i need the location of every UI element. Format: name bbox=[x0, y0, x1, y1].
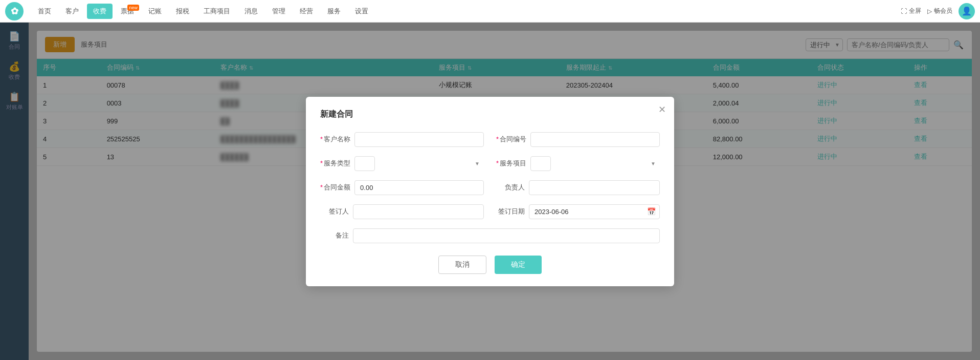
confirm-button[interactable]: 确定 bbox=[495, 256, 542, 274]
nav-ticket[interactable]: 票据 new bbox=[115, 4, 140, 19]
new-badge: new bbox=[127, 5, 139, 11]
nav-right-area: ⛶ 全屏 ▷ 畅会员 👤 bbox=[901, 3, 975, 19]
required-mark: * bbox=[320, 135, 323, 143]
modal-footer: 取消 确定 bbox=[320, 256, 660, 274]
fullscreen-icon: ⛶ bbox=[901, 8, 907, 15]
responsible-label: 负责人 bbox=[496, 183, 525, 192]
sign-date-wrapper: 📅 bbox=[529, 204, 660, 219]
modal-title: 新建合同 bbox=[320, 109, 660, 120]
sign-date-input[interactable] bbox=[529, 204, 660, 219]
nav-operation[interactable]: 经营 bbox=[294, 4, 319, 19]
form-row-4: 签订人 签订日期 📅 bbox=[320, 204, 660, 219]
form-row-1: *客户名称 *合同编号 bbox=[320, 132, 660, 147]
amount-field: *合同金额 bbox=[320, 180, 484, 195]
nav-client[interactable]: 客户 bbox=[59, 4, 85, 19]
modal-overlay: ✕ 新建合同 *客户名称 *合同编号 *服务类型 bbox=[0, 23, 980, 360]
service-type-field: *服务类型 bbox=[320, 156, 484, 171]
signer-label: 签订人 bbox=[320, 207, 349, 216]
nav-home[interactable]: 首页 bbox=[32, 4, 57, 19]
member-button[interactable]: ▷ 畅会员 bbox=[927, 7, 952, 15]
new-contract-modal: ✕ 新建合同 *客户名称 *合同编号 *服务类型 bbox=[306, 97, 674, 286]
customer-input[interactable] bbox=[354, 132, 484, 147]
required-mark-4: * bbox=[496, 159, 499, 167]
signer-input[interactable] bbox=[353, 204, 484, 219]
notes-label: 备注 bbox=[320, 231, 349, 240]
form-row-5: 备注 bbox=[320, 228, 660, 243]
top-navigation: ✿ 首页 客户 收费 票据 new 记账 报税 工商项目 消息 管理 经营 服务… bbox=[0, 0, 980, 23]
service-type-select[interactable] bbox=[354, 156, 375, 171]
calendar-icon[interactable]: 📅 bbox=[647, 207, 656, 216]
notes-field: 备注 bbox=[320, 228, 660, 243]
form-row-2: *服务类型 *服务项目 bbox=[320, 156, 660, 171]
signer-field: 签订人 bbox=[320, 204, 484, 219]
service-item-select[interactable] bbox=[530, 156, 551, 171]
service-item-label: *服务项目 bbox=[496, 159, 526, 168]
cancel-button[interactable]: 取消 bbox=[438, 256, 486, 274]
contract-no-label: *合同编号 bbox=[496, 135, 526, 144]
contract-no-field: *合同编号 bbox=[496, 132, 660, 147]
required-mark-5: * bbox=[320, 183, 323, 191]
fullscreen-button[interactable]: ⛶ 全屏 bbox=[901, 7, 921, 15]
modal-close-button[interactable]: ✕ bbox=[658, 105, 666, 114]
sign-date-field: 签订日期 📅 bbox=[496, 204, 660, 219]
nav-business[interactable]: 工商项目 bbox=[197, 4, 236, 19]
play-icon: ▷ bbox=[927, 8, 932, 15]
form-row-3: *合同金额 负责人 bbox=[320, 180, 660, 195]
nav-bookkeeping[interactable]: 记账 bbox=[142, 4, 168, 19]
nav-message[interactable]: 消息 bbox=[238, 4, 264, 19]
notes-input[interactable] bbox=[353, 228, 660, 243]
nav-items: 首页 客户 收费 票据 new 记账 报税 工商项目 消息 管理 经营 服务 设… bbox=[32, 4, 901, 19]
nav-manage[interactable]: 管理 bbox=[266, 4, 292, 19]
required-mark-2: * bbox=[496, 135, 499, 143]
required-mark-3: * bbox=[320, 159, 323, 167]
user-avatar[interactable]: 👤 bbox=[959, 3, 975, 19]
responsible-field: 负责人 bbox=[496, 180, 660, 195]
nav-fee[interactable]: 收费 bbox=[87, 4, 113, 19]
amount-input[interactable] bbox=[354, 180, 484, 195]
nav-settings[interactable]: 设置 bbox=[349, 4, 374, 19]
nav-tax[interactable]: 报税 bbox=[170, 4, 195, 19]
sign-date-label: 签订日期 bbox=[496, 207, 525, 216]
nav-service[interactable]: 服务 bbox=[321, 4, 347, 19]
service-item-field: *服务项目 bbox=[496, 156, 660, 171]
contract-no-input[interactable] bbox=[530, 132, 660, 147]
service-item-wrapper bbox=[530, 156, 660, 171]
app-logo: ✿ bbox=[5, 2, 24, 20]
amount-label: *合同金额 bbox=[320, 183, 350, 192]
service-type-label: *服务类型 bbox=[320, 159, 350, 168]
customer-label: *客户名称 bbox=[320, 135, 350, 144]
customer-field: *客户名称 bbox=[320, 132, 484, 147]
responsible-input[interactable] bbox=[529, 180, 660, 195]
service-type-wrapper bbox=[354, 156, 484, 171]
